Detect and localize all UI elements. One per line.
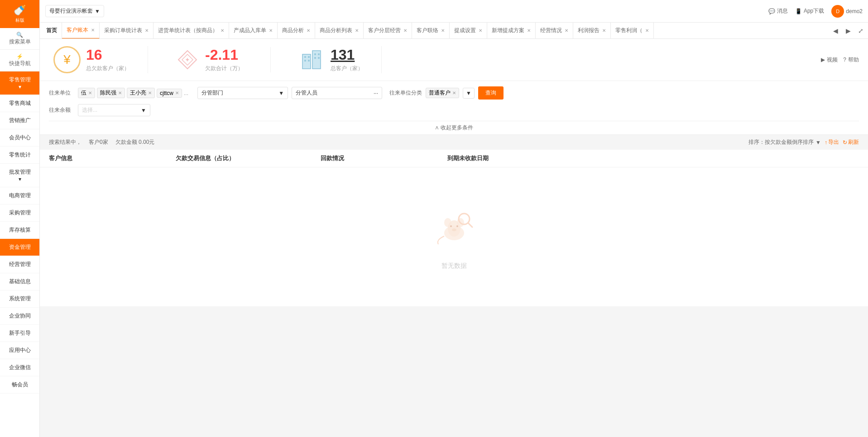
tab-incoming-stats[interactable]: 进货单统计表（按商品） ✕	[153, 23, 229, 39]
tab-retail-profit[interactable]: 零售利润（ ✕	[611, 23, 654, 39]
search-result-label: 搜索结果中，	[49, 138, 82, 146]
unit-tags: 伍 ✕ 陈民强 ✕ 王小亮 ✕ cjttcw ✕	[78, 88, 188, 98]
message-icon: 💬	[768, 8, 775, 14]
table-col-4: 到期未收款日期	[447, 154, 859, 162]
tab-profit-report[interactable]: 利润报告 ✕	[573, 23, 611, 39]
dept-select[interactable]: 分管部门 ▼	[197, 87, 288, 99]
tab-home[interactable]: 首页	[42, 23, 62, 39]
video-button[interactable]: ▶ 视频	[821, 56, 838, 64]
tab-close-retail-profit[interactable]: ✕	[645, 28, 649, 33]
export-button[interactable]: ↑ 导出	[825, 138, 839, 146]
sidebar-item-retail-stats[interactable]: 零售统计	[0, 147, 39, 164]
sidebar-item-purchase[interactable]: 采购管理	[0, 204, 39, 222]
unit-class-arrow-btn[interactable]: ▼	[463, 88, 475, 99]
sidebar-item-member[interactable]: 会员中心	[0, 129, 39, 147]
tab-close-analysis-list[interactable]: ✕	[355, 28, 359, 33]
unit-tag-text-3: cjttcw	[160, 90, 173, 96]
refresh-button[interactable]: ↻ 刷新	[843, 138, 859, 146]
unit-label: 往来单位	[49, 89, 74, 97]
unit-tag-close-3[interactable]: ✕	[175, 90, 179, 95]
total-customers-label: 总欠款客户（家）	[86, 65, 129, 72]
stat-info-customers: 16 总欠款客户（家）	[86, 47, 129, 72]
industry-selector[interactable]: 母婴行业演示帐套 ▼	[45, 5, 104, 17]
page-content: ¥ 16 总欠款客户（家） ✦ -2.11	[40, 39, 868, 437]
sidebar-item-guide[interactable]: 新手引导	[0, 325, 39, 342]
unit-tags-more[interactable]: ...	[184, 90, 188, 96]
tab-close-new-plan[interactable]: ✕	[527, 28, 531, 33]
sidebar-item-app-center[interactable]: 应用中心	[0, 342, 39, 359]
person-select[interactable]: 分管人员 ···	[292, 87, 382, 99]
tab-product-analysis-list[interactable]: 商品分析列表 ✕	[315, 23, 364, 39]
arrow-icon: ▾	[19, 84, 21, 90]
stat-block-debt: ✦ -2.11 欠款合计（万）	[148, 47, 271, 72]
tab-prev-button[interactable]: ◀	[830, 25, 841, 36]
tab-close-production[interactable]: ✕	[269, 28, 273, 33]
unit-tag-text-0: 伍	[81, 89, 86, 97]
sidebar-item-quick-nav[interactable]: ⚡ 快捷导航	[0, 50, 39, 71]
customers-icon: ¥	[53, 46, 81, 73]
tab-close-incoming-stats[interactable]: ✕	[221, 28, 224, 33]
tab-customer-segmentation[interactable]: 客户分层经营 ✕	[364, 23, 412, 39]
message-button[interactable]: 💬 消息	[768, 7, 788, 15]
sidebar-item-basic-info[interactable]: 基础信息	[0, 273, 39, 290]
unit-tag-close-1[interactable]: ✕	[118, 90, 122, 95]
unit-tag-close-2[interactable]: ✕	[148, 90, 152, 95]
tab-close-promotion[interactable]: ✕	[479, 28, 482, 33]
tab-close-customer-book[interactable]: ✕	[91, 28, 95, 33]
arrow-icon-batch: ▾	[19, 176, 21, 182]
help-icon: ?	[843, 57, 846, 63]
tab-production-inbound[interactable]: 产成品入库单 ✕	[229, 23, 278, 39]
unit-class-tag-text-0: 普通客户	[429, 89, 451, 97]
tab-expand-button[interactable]: ⤢	[855, 25, 866, 36]
results-right: 排序：按欠款金额倒序排序 ▼ ↑ 导出 ↻ 刷新	[748, 138, 859, 146]
sidebar-item-batch[interactable]: 批发管理 ▾	[0, 164, 39, 187]
sidebar-item-enterprise[interactable]: 企业协同	[0, 308, 39, 325]
svg-rect-9	[304, 60, 306, 62]
sidebar-item-inventory[interactable]: 库存核算	[0, 222, 39, 239]
tab-purchase-order-stats[interactable]: 采购订单统计表 ✕	[100, 23, 153, 39]
tab-close-purchase-order[interactable]: ✕	[145, 28, 149, 33]
avatar: D	[831, 5, 844, 18]
tab-product-analysis[interactable]: 商品分析 ✕	[278, 23, 315, 39]
tab-close-product-analysis[interactable]: ✕	[307, 28, 310, 33]
tab-close-profit[interactable]: ✕	[602, 28, 606, 33]
query-button[interactable]: 查询	[478, 86, 504, 100]
table-col-1: 客户信息	[49, 154, 176, 162]
balance-select[interactable]: 选择... ▼	[78, 104, 150, 116]
sidebar-item-capital[interactable]: 资金管理	[0, 239, 39, 256]
tab-business[interactable]: 经营情况 ✕	[536, 23, 573, 39]
main-area: 母婴行业演示帐套 ▼ 💬 消息 📱 App下载 D demo2 首页 客户账本	[40, 0, 868, 437]
sidebar-item-search[interactable]: 🔍 搜索菜单	[0, 28, 39, 50]
total-debt-value: -2.11	[205, 47, 243, 63]
unit-class-tag-0: 普通客户 ✕	[426, 88, 459, 98]
help-button[interactable]: ? 帮助	[843, 56, 859, 64]
sidebar-item-vip[interactable]: 畅会员	[0, 376, 39, 394]
tab-close-business[interactable]: ✕	[565, 28, 568, 33]
svg-rect-13	[314, 57, 316, 59]
tab-customer-book[interactable]: 客户账本 ✕	[62, 23, 100, 39]
sidebar-item-ecommerce[interactable]: 电商管理	[0, 187, 39, 204]
user-menu[interactable]: D demo2	[831, 5, 863, 18]
table-col-3: 回款情况	[321, 154, 447, 162]
tab-promotion-settings[interactable]: 提成设置 ✕	[450, 23, 487, 39]
collapse-button[interactable]: ∧ 收起更多条件	[49, 121, 859, 134]
debt-total-label: 欠款金额 0.00元	[115, 138, 155, 146]
tab-next-button[interactable]: ▶	[843, 25, 854, 36]
unit-tag-close-0[interactable]: ✕	[88, 90, 92, 95]
tab-close-segmentation[interactable]: ✕	[403, 28, 407, 33]
sidebar-item-wechat[interactable]: 企业微信	[0, 359, 39, 376]
unit-tag-text-2: 王小亮	[130, 89, 146, 97]
topbar-right: 💬 消息 📱 App下载 D demo2	[768, 5, 863, 18]
unit-class-tag-close-0[interactable]: ✕	[452, 90, 456, 95]
tab-new-plan[interactable]: 新增提成方案 ✕	[487, 23, 536, 39]
sidebar-item-system[interactable]: 系统管理	[0, 290, 39, 308]
sidebar-item-marketing[interactable]: 营销推广	[0, 112, 39, 129]
app-download-button[interactable]: 📱 App下载	[795, 7, 824, 15]
sidebar-item-operation[interactable]: 经营管理	[0, 256, 39, 273]
sidebar-item-retail-shop[interactable]: 零售商城	[0, 95, 39, 112]
tab-customer-contact[interactable]: 客户联络 ✕	[412, 23, 450, 39]
sidebar-item-retail[interactable]: 零售管理 ▾	[0, 71, 39, 95]
tab-close-contact[interactable]: ✕	[441, 28, 445, 33]
empty-text: 暂无数据	[441, 262, 467, 270]
sort-select[interactable]: 排序：按欠款金额倒序排序 ▼	[748, 138, 821, 146]
